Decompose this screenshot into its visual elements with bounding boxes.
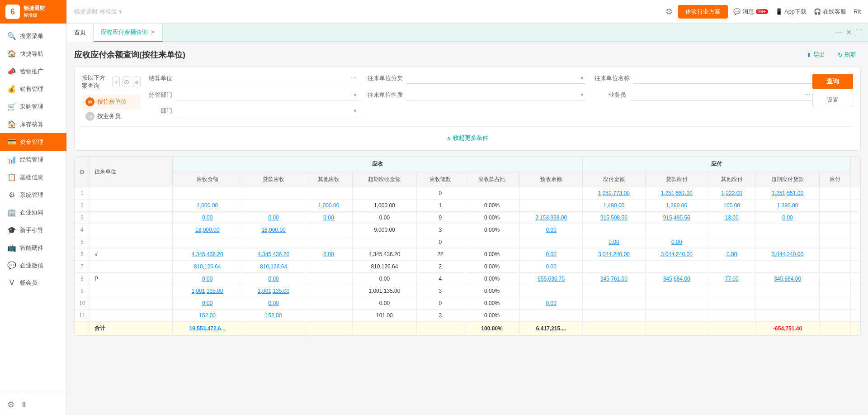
footer-ar-amount[interactable]: 19,553,472,6... xyxy=(173,322,242,335)
ap-overdue-cell[interactable]: 0.00 xyxy=(755,212,820,224)
settings-btn[interactable]: 设置 xyxy=(812,93,853,107)
ap-other-cell[interactable] xyxy=(708,224,755,236)
salesperson-input[interactable]: ··· xyxy=(630,89,812,101)
ap-loan-cell[interactable]: 345,684.00 xyxy=(645,273,708,285)
ar-other-cell[interactable]: 1,000.00 xyxy=(305,200,352,212)
sidebar-item-inventory[interactable]: 🏠 库存核算 xyxy=(0,115,66,133)
ap-amount-cell[interactable]: 345,761.00 xyxy=(583,273,646,285)
ar-loan-cell[interactable] xyxy=(242,236,305,248)
tab-home[interactable]: 首页 xyxy=(67,24,94,42)
ar-loan-cell[interactable]: 810,126.64 xyxy=(242,261,305,273)
ar-prepay-cell[interactable]: 0.00 xyxy=(520,224,583,236)
ap-amount-cell[interactable] xyxy=(583,297,646,310)
ar-prepay-cell[interactable] xyxy=(520,187,583,200)
ap-loan-cell[interactable] xyxy=(645,261,708,273)
ar-prepay-cell[interactable] xyxy=(520,236,583,248)
ar-other-cell[interactable] xyxy=(305,310,352,322)
window-expand-icon[interactable]: ⛶ xyxy=(855,29,863,37)
ap-other-cell[interactable]: 13.00 xyxy=(708,212,755,224)
ap-other-cell[interactable] xyxy=(708,285,755,297)
edit-filter-btn[interactable]: ⊙ xyxy=(123,76,130,87)
ap-loan-cell[interactable] xyxy=(645,224,708,236)
ar-loan-cell[interactable] xyxy=(242,187,305,200)
collapse-filter-btn[interactable]: « xyxy=(133,76,141,87)
ar-prepay-cell[interactable]: 0.00 xyxy=(520,297,583,310)
settlement-unit-dots-icon[interactable]: ··· xyxy=(351,74,357,82)
ar-loan-cell[interactable]: 4,345,436.20 xyxy=(242,248,305,261)
ar-prepay-cell[interactable]: 655,636.75 xyxy=(520,273,583,285)
ap-amount-cell[interactable] xyxy=(583,285,646,297)
ar-amount-cell[interactable]: 0.00 xyxy=(173,297,242,310)
ap-overdue-cell[interactable]: 1,390.00 xyxy=(755,200,820,212)
ap-loan-cell[interactable]: 0.00 xyxy=(645,236,708,248)
ap-loan-cell[interactable]: 1,251,551.00 xyxy=(645,187,708,200)
ap-other-cell[interactable]: 1,222.00 xyxy=(708,187,755,200)
department-select[interactable]: ▾ xyxy=(176,105,359,116)
sidebar-settings-icon[interactable]: ⚙ xyxy=(7,400,14,410)
ap-overdue-cell[interactable]: 3,044,240.00 xyxy=(755,248,820,261)
ap-amount-cell[interactable]: 1,490.00 xyxy=(583,200,646,212)
ap-loan-cell[interactable]: 915,495.56 xyxy=(645,212,708,224)
ar-loan-cell[interactable]: 152.00 xyxy=(242,310,305,322)
settlement-unit-input[interactable]: ··· xyxy=(176,72,359,84)
ar-other-cell[interactable] xyxy=(305,297,352,310)
sidebar-item-member[interactable]: V 畅会员 xyxy=(0,274,66,291)
ap-overdue-cell[interactable] xyxy=(755,297,820,310)
ap-other-cell[interactable]: 100.00 xyxy=(708,200,755,212)
window-minimize-icon[interactable]: — xyxy=(835,29,842,37)
ar-prepay-cell[interactable]: 2,153,333.00 xyxy=(520,212,583,224)
ar-amount-cell[interactable]: 152.00 xyxy=(173,310,242,322)
ar-amount-cell[interactable] xyxy=(173,187,242,200)
ap-overdue-cell[interactable] xyxy=(755,261,820,273)
sidebar-item-capital[interactable]: 💳 资金管理 xyxy=(0,133,66,151)
topbar-gear-icon[interactable]: ⚙ xyxy=(665,7,673,17)
industry-btn[interactable]: 体验行业方案 xyxy=(678,5,728,19)
ar-loan-cell[interactable]: 0.00 xyxy=(242,212,305,224)
ar-amount-cell[interactable]: 1,001,135.00 xyxy=(173,285,242,297)
export-btn[interactable]: ⬆ 导出 xyxy=(802,49,830,61)
ar-other-cell[interactable]: 0.00 xyxy=(305,212,352,224)
ar-amount-cell[interactable]: 4,345,436.20 xyxy=(173,248,242,261)
ar-other-cell[interactable]: 0.00 xyxy=(305,248,352,261)
ar-loan-cell[interactable]: 1,001,135.00 xyxy=(242,285,305,297)
query-option-by-staff[interactable]: ⊙ 按业务员 xyxy=(82,109,141,124)
sidebar-item-corp-collab[interactable]: 🏢 企业协同 xyxy=(0,204,66,221)
ar-amount-cell[interactable]: 18,000.00 xyxy=(173,224,242,236)
partner-name-input[interactable] xyxy=(633,73,812,84)
collapse-more-btn[interactable]: ∧ 收起更多条件 xyxy=(82,131,853,145)
sidebar-item-basic-info[interactable]: 📋 基础信息 xyxy=(0,168,66,186)
ar-other-cell[interactable] xyxy=(305,273,352,285)
salesperson-dots-icon[interactable]: ··· xyxy=(805,91,811,99)
sidebar-item-operation[interactable]: 📊 经营管理 xyxy=(0,151,66,168)
ar-loan-cell[interactable] xyxy=(242,200,305,212)
branch-dept-select[interactable]: ▾ xyxy=(176,90,359,100)
ar-loan-cell[interactable]: 18,000.00 xyxy=(242,224,305,236)
sidebar-item-quick-nav[interactable]: 🏠 快捷导航 xyxy=(0,45,66,62)
ar-amount-cell[interactable]: 1,000.00 xyxy=(173,200,242,212)
query-option-by-unit[interactable]: W 按往来单位 xyxy=(82,95,141,109)
partner-nature-select[interactable]: ▾ xyxy=(406,90,585,100)
tab-close-icon[interactable]: ✕ xyxy=(151,29,155,35)
tab-ar-ap[interactable]: 应收应付余额查询 ✕ xyxy=(94,24,163,42)
ap-overdue-cell[interactable] xyxy=(755,224,820,236)
ap-amount-cell[interactable]: 1,252,773.00 xyxy=(583,187,646,200)
ap-other-cell[interactable] xyxy=(708,236,755,248)
ap-overdue-cell[interactable]: 1,251,551.00 xyxy=(755,187,820,200)
ap-overdue-cell[interactable] xyxy=(755,285,820,297)
app-download-action[interactable]: 📱 App下载 xyxy=(775,8,807,16)
ar-prepay-cell[interactable] xyxy=(520,285,583,297)
ap-loan-cell[interactable] xyxy=(645,310,708,322)
ap-overdue-cell[interactable]: 345,684.00 xyxy=(755,273,820,285)
sidebar-item-sys-mgmt[interactable]: ⚙ 系统管理 xyxy=(0,186,66,204)
refresh-btn[interactable]: ↻ 刷新 xyxy=(833,49,861,61)
ap-amount-cell[interactable] xyxy=(583,224,646,236)
ap-amount-cell[interactable] xyxy=(583,310,646,322)
ar-amount-cell[interactable]: 0.00 xyxy=(173,212,242,224)
ap-amount-cell[interactable]: 915,508.56 xyxy=(583,212,646,224)
sidebar-item-beginner[interactable]: 🎓 新手引导 xyxy=(0,221,66,239)
ap-other-cell[interactable] xyxy=(708,310,755,322)
ar-prepay-cell[interactable]: 0.00 xyxy=(520,261,583,273)
ap-loan-cell[interactable]: 1,390.00 xyxy=(645,200,708,212)
sidebar-item-marketing[interactable]: 📣 营销推广 xyxy=(0,62,66,80)
ar-amount-cell[interactable]: 0.00 xyxy=(173,273,242,285)
